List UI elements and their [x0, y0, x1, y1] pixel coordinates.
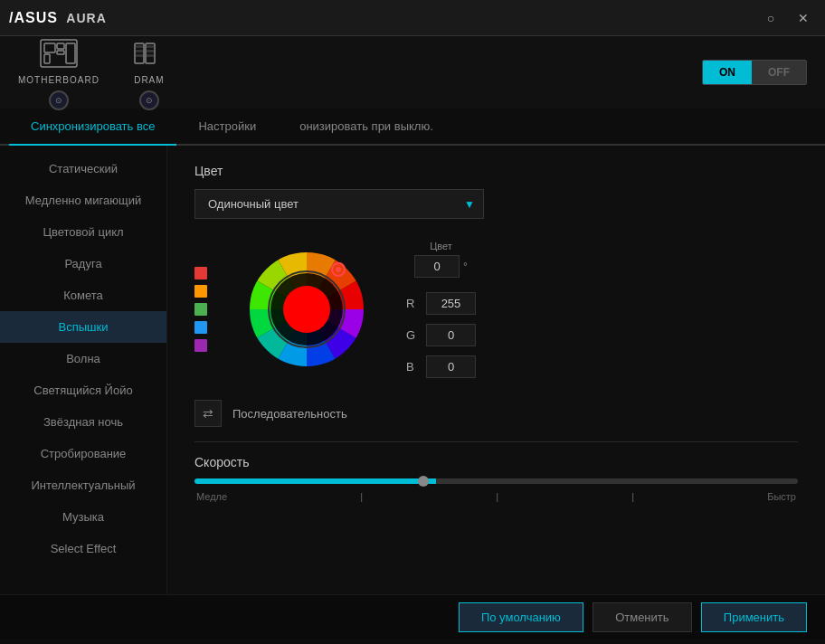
- title-bar: /ASUS AURA ○ ✕: [0, 0, 825, 36]
- devices-list: MOTHERBOARD ⊙ DRAM ⊙: [18, 35, 172, 110]
- swatch-purple[interactable]: [194, 339, 207, 352]
- dram-icon: [127, 35, 172, 71]
- color-area: Цвет ° R G B: [194, 237, 798, 382]
- slider-labels: Медле | | | Быстр: [194, 491, 798, 502]
- color-wheel[interactable]: [234, 237, 379, 382]
- speed-label: Скорость: [194, 455, 798, 469]
- svg-rect-12: [147, 50, 154, 52]
- speed-section: Скорость Медле | | | Быстр: [194, 455, 798, 502]
- svg-rect-4: [44, 54, 50, 63]
- angle-input[interactable]: [414, 255, 460, 278]
- g-input-row: G: [406, 324, 476, 346]
- sidebar-item-rainbow[interactable]: Радуга: [0, 248, 166, 279]
- speed-tick2: |: [496, 491, 498, 502]
- off-button[interactable]: OFF: [752, 61, 806, 84]
- motherboard-badge: ⊙: [49, 90, 69, 110]
- color-dropdown-row: Одиночный цветНесколько цветов ▼: [194, 189, 798, 219]
- svg-rect-9: [136, 50, 143, 52]
- svg-rect-10: [136, 54, 143, 57]
- swatch-red[interactable]: [194, 267, 207, 279]
- b-input[interactable]: [426, 355, 476, 378]
- tab-sync-all[interactable]: Синхронизировать все: [9, 109, 176, 144]
- asus-logo: /ASUS AURA: [9, 10, 107, 26]
- r-input-row: R: [406, 292, 476, 315]
- on-off-toggle[interactable]: ON OFF: [702, 60, 807, 85]
- sidebar-item-color-cycle[interactable]: Цветовой цикл: [0, 216, 166, 248]
- speed-thumb[interactable]: [418, 476, 429, 487]
- speed-slider[interactable]: [194, 478, 798, 484]
- sequence-icon[interactable]: ⇄: [194, 400, 222, 427]
- sidebar: Статический Медленно мигающий Цветовой ц…: [0, 146, 167, 594]
- svg-rect-11: [147, 45, 154, 48]
- sidebar-item-flash[interactable]: Вспышки: [0, 311, 166, 343]
- tab-settings[interactable]: Настройки: [176, 109, 278, 144]
- sidebar-item-slow-blink[interactable]: Медленно мигающий: [0, 185, 166, 216]
- sequence-label: Последовательность: [232, 407, 347, 421]
- angle-group: Цвет °: [406, 241, 476, 278]
- sidebar-item-select-effect[interactable]: Select Effect: [0, 533, 166, 564]
- dram-badge: ⊙: [139, 90, 159, 110]
- app-name: AURA: [66, 11, 106, 25]
- swatch-green[interactable]: [194, 303, 207, 316]
- device-motherboard[interactable]: MOTHERBOARD ⊙: [18, 35, 100, 110]
- speed-tick3: |: [631, 491, 634, 502]
- dram-label: DRAM: [134, 75, 164, 85]
- sidebar-item-starry[interactable]: Звёздная ночь: [0, 406, 166, 438]
- sidebar-item-comet[interactable]: Комета: [0, 279, 166, 311]
- title-bar-left: /ASUS AURA: [9, 10, 107, 26]
- svg-rect-3: [57, 51, 64, 54]
- sequence-row: ⇄ Последовательность: [194, 400, 798, 427]
- sidebar-item-yoyo[interactable]: Светящийся Йойо: [0, 374, 166, 406]
- cancel-button[interactable]: Отменить: [593, 602, 692, 632]
- svg-rect-8: [136, 45, 143, 48]
- svg-rect-1: [44, 43, 55, 52]
- sidebar-item-strobe[interactable]: Стробирование: [0, 438, 166, 469]
- apply-button[interactable]: Применить: [701, 602, 807, 632]
- close-button[interactable]: ✕: [791, 5, 816, 31]
- color-section-label: Цвет: [194, 164, 798, 178]
- speed-min-label: Медле: [196, 491, 227, 502]
- main-layout: Статический Медленно мигающий Цветовой ц…: [0, 146, 825, 594]
- sidebar-item-static[interactable]: Статический: [0, 153, 166, 185]
- speed-max-label: Быстр: [767, 491, 796, 502]
- speed-tick1: |: [360, 491, 363, 502]
- b-input-row: B: [406, 355, 476, 378]
- svg-rect-5: [66, 43, 75, 63]
- swatch-blue[interactable]: [194, 321, 207, 334]
- color-label: Цвет: [430, 241, 452, 251]
- svg-rect-13: [147, 54, 154, 57]
- device-dram[interactable]: DRAM ⊙: [127, 35, 172, 110]
- title-bar-controls: ○ ✕: [758, 5, 816, 31]
- motherboard-label: MOTHERBOARD: [18, 75, 100, 85]
- g-input[interactable]: [426, 324, 476, 346]
- svg-point-18: [283, 286, 330, 333]
- rgb-inputs: R G B: [406, 292, 476, 378]
- g-label: G: [406, 328, 419, 342]
- color-swatches: [194, 267, 207, 352]
- sidebar-item-smart[interactable]: Интеллектуальный: [0, 469, 166, 501]
- device-bar: MOTHERBOARD ⊙ DRAM ⊙ ON O: [0, 36, 825, 109]
- on-button[interactable]: ON: [703, 61, 752, 84]
- sidebar-item-wave[interactable]: Волна: [0, 343, 166, 374]
- swatch-orange[interactable]: [194, 285, 207, 298]
- color-dropdown[interactable]: Одиночный цветНесколько цветов: [194, 189, 484, 219]
- color-dropdown-wrapper[interactable]: Одиночный цветНесколько цветов ▼: [194, 189, 484, 219]
- svg-point-21: [336, 267, 341, 272]
- tab-sync-off[interactable]: онизировать при выклю.: [278, 109, 455, 144]
- sidebar-item-music[interactable]: Музыка: [0, 501, 166, 533]
- b-label: B: [406, 360, 419, 374]
- svg-rect-2: [57, 43, 64, 49]
- minimize-button[interactable]: ○: [758, 5, 783, 31]
- tabs-bar: Синхронизировать все Настройки онизирова…: [0, 109, 825, 146]
- default-button[interactable]: По умолчанию: [459, 602, 583, 632]
- degree-symbol: °: [463, 260, 468, 273]
- r-label: R: [406, 297, 419, 310]
- content-area: Цвет Одиночный цветНесколько цветов ▼: [167, 146, 825, 594]
- r-input[interactable]: [426, 292, 476, 315]
- bottom-bar: По умолчанию Отменить Применить: [0, 594, 825, 639]
- motherboard-icon: [36, 35, 81, 71]
